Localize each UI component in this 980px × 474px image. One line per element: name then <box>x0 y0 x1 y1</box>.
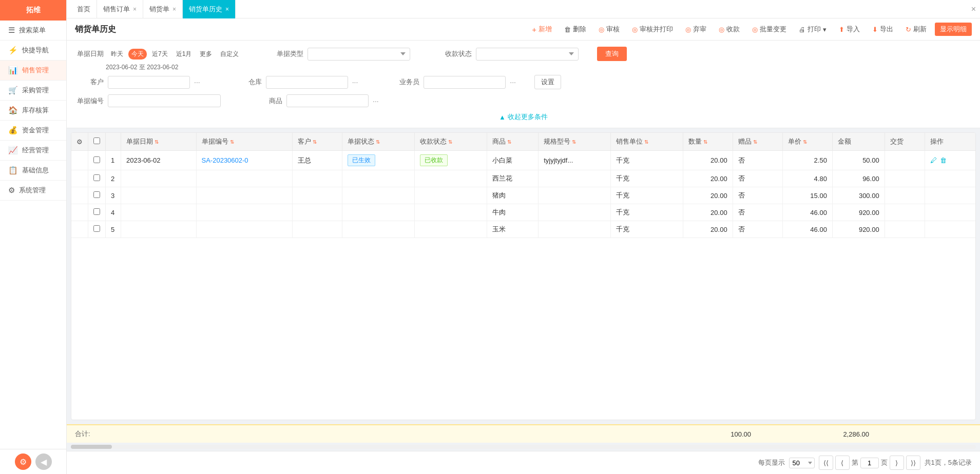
th-unit[interactable]: 销售单位 <box>610 133 683 151</box>
goods-dots-btn[interactable]: ··· <box>373 97 379 105</box>
row-goods: 玉米 <box>487 221 538 238</box>
new-button[interactable]: + 新增 <box>528 23 556 36</box>
warehouse-dots-btn[interactable]: ··· <box>352 78 358 86</box>
row-doc-status <box>342 204 415 221</box>
settings-button[interactable]: 设置 <box>534 75 561 89</box>
row-doc-no[interactable] <box>196 204 293 221</box>
row-doc-no[interactable]: SA-20230602-0 <box>196 151 293 170</box>
sidebar-settings-btn[interactable]: ⚙ <box>15 453 31 470</box>
row-spec: tyjyjtyjdf... <box>539 151 611 170</box>
sidebar-item-inventory[interactable]: 🏠 库存核算 <box>0 101 66 121</box>
row-checkbox-cell[interactable] <box>88 221 106 238</box>
export-button[interactable]: ⬇ 导出 <box>868 23 897 36</box>
review-print-button[interactable]: ◎ 审核并打印 <box>628 23 677 36</box>
row-checkbox[interactable] <box>93 174 100 181</box>
tab-home[interactable]: 首页 <box>71 0 97 18</box>
customer-dots-btn[interactable]: ··· <box>194 78 200 86</box>
row-doc-no[interactable] <box>196 221 293 238</box>
collect-button[interactable]: ◎ 收款 <box>715 23 744 36</box>
page-next-btn[interactable]: ⟩ <box>890 456 904 470</box>
shortcut-custom[interactable]: 自定义 <box>217 49 242 60</box>
tab-sales-history-label: 销货单历史 <box>189 5 222 14</box>
th-gift[interactable]: 赠品 <box>733 133 782 151</box>
select-all-checkbox[interactable] <box>93 137 100 144</box>
sidebar-item-search-menu[interactable]: ☰ 搜索菜单 <box>0 21 66 41</box>
close-sales-delivery-icon[interactable]: × <box>172 6 176 13</box>
payment-status-select[interactable] <box>476 48 579 61</box>
delete-button[interactable]: 🗑 删除 <box>560 23 590 36</box>
customer-input[interactable] <box>108 76 190 89</box>
salesperson-dots-btn[interactable]: ··· <box>510 78 516 86</box>
sidebar-item-system-mgmt[interactable]: ⚙ 系统管理 <box>0 181 66 201</box>
show-detail-button[interactable]: 显示明细 <box>935 23 972 36</box>
shortcut-yesterday[interactable]: 昨天 <box>108 49 126 60</box>
row-checkbox-cell[interactable] <box>88 187 106 204</box>
th-spec[interactable]: 规格型号 <box>539 133 611 151</box>
th-customer[interactable]: 客户 <box>293 133 342 151</box>
th-goods[interactable]: 商品 <box>487 133 538 151</box>
th-doc-no[interactable]: 单据编号 <box>196 133 293 151</box>
print-button[interactable]: 🖨 打印 ▾ <box>795 23 831 36</box>
page-first-btn[interactable]: ⟨⟨ <box>819 456 833 470</box>
row-checkbox[interactable] <box>93 156 100 163</box>
row-checkbox-cell[interactable] <box>88 204 106 221</box>
row-checkbox[interactable] <box>93 225 100 232</box>
th-qty[interactable]: 数量 <box>683 133 733 151</box>
review-button[interactable]: ◎ 审核 <box>594 23 624 36</box>
batch-change-button[interactable]: ◎ 批量变更 <box>748 23 791 36</box>
query-button[interactable]: 查询 <box>597 47 627 61</box>
th-doc-date[interactable]: 单据日期 <box>121 133 197 151</box>
row-amount: 300.00 <box>832 187 885 204</box>
import-button[interactable]: ⬆ 导入 <box>835 23 864 36</box>
row-checkbox-cell[interactable] <box>88 170 106 187</box>
abandon-button[interactable]: ◎ 弃审 <box>681 23 710 36</box>
sidebar-item-operations[interactable]: 📈 经营管理 <box>0 141 66 161</box>
row-qty: 20.00 <box>683 151 733 170</box>
row-checkbox[interactable] <box>93 191 100 198</box>
per-page-label: 每页显示 <box>758 458 785 467</box>
page-prev-btn[interactable]: ⟨ <box>835 456 850 470</box>
th-payment-status[interactable]: 收款状态 <box>415 133 487 151</box>
salesperson-input[interactable] <box>424 76 506 89</box>
shortcut-last1m[interactable]: 近1月 <box>173 49 195 60</box>
table-row: 1 2023-06-02 SA-20230602-0 王总 已生效 已收款 小白… <box>71 151 975 170</box>
shortcut-last7[interactable]: 近7天 <box>149 49 171 60</box>
page-last-btn[interactable]: ⟩⟩ <box>906 456 920 470</box>
sidebar-item-purchase-mgmt[interactable]: 🛒 采购管理 <box>0 81 66 101</box>
shortcut-more[interactable]: 更多 <box>197 49 215 60</box>
sidebar-item-finance[interactable]: 💰 资金管理 <box>0 121 66 141</box>
sidebar-item-basic-info[interactable]: 📋 基础信息 <box>0 161 66 181</box>
tab-sales-delivery[interactable]: 销货单 × <box>143 0 183 18</box>
sidebar-item-quick-nav[interactable]: ⚡ 快捷导航 <box>0 41 66 61</box>
per-page-select[interactable]: 50 100 200 <box>789 458 815 468</box>
collapse-button[interactable]: ▲ 收起更多条件 <box>75 112 972 122</box>
action-btn[interactable]: 🗑 <box>940 156 947 164</box>
page-input[interactable] <box>860 458 879 468</box>
row-doc-no[interactable] <box>196 187 293 204</box>
th-doc-status[interactable]: 单据状态 <box>342 133 415 151</box>
doc-no-input[interactable] <box>108 94 221 107</box>
sidebar-collapse-btn[interactable]: ◀ <box>35 453 52 470</box>
goods-input[interactable] <box>286 94 369 107</box>
doc-type-select[interactable] <box>308 48 410 61</box>
action-btn[interactable]: 🖊 <box>930 156 937 164</box>
tabbar-close-all-btn[interactable]: × <box>971 5 976 14</box>
sidebar-item-sales-mgmt[interactable]: 📊 销售管理 <box>0 61 66 81</box>
refresh-button[interactable]: ↻ 刷新 <box>901 23 931 36</box>
tab-sales-history[interactable]: 销货单历史 × <box>183 0 236 18</box>
horizontal-scrollbar[interactable] <box>71 445 976 449</box>
close-sales-order-icon[interactable]: × <box>133 6 137 13</box>
th-checkbox[interactable] <box>88 133 106 151</box>
sidebar-item-label: 采购管理 <box>22 86 49 95</box>
shortcut-today[interactable]: 今天 <box>128 49 147 60</box>
close-sales-history-icon[interactable]: × <box>225 6 229 13</box>
th-unit-price[interactable]: 单价 <box>782 133 832 151</box>
row-doc-no[interactable] <box>196 170 293 187</box>
row-checkbox-cell[interactable] <box>88 151 106 170</box>
scrollbar-thumb[interactable] <box>71 445 112 449</box>
warehouse-input[interactable] <box>266 76 348 89</box>
th-gear[interactable]: ⚙ <box>71 133 88 151</box>
row-checkbox[interactable] <box>93 208 100 215</box>
purchase-mgmt-icon: 🛒 <box>8 86 18 95</box>
tab-sales-order[interactable]: 销售订单 × <box>97 0 143 18</box>
